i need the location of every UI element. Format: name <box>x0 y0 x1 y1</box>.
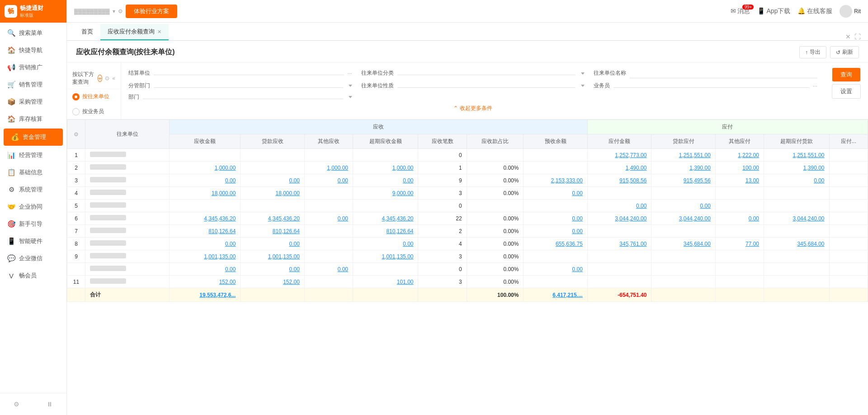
table-row: 91,001,135.001,001,135.001,001,135.0030.… <box>67 250 868 263</box>
close-window-btn[interactable]: ✕ <box>845 33 851 40</box>
pay-more-header: 应付... <box>829 134 868 149</box>
filter-section: 按以下方案查询 + ⊙ « 按往来单位 <box>67 62 868 119</box>
sidebar-item-inventory[interactable]: 🏠 库存核算 <box>0 110 66 128</box>
breadcrumb: ▓▓▓▓▓▓▓▓▓ ▾ ⚙ 体验行业方案 <box>74 5 725 18</box>
filter-row-2: 分管部门 往来单位性质 业务员 <box>128 82 817 90</box>
table-row: 80.000.000.0040.00%655,636.75345,761.003… <box>67 238 868 250</box>
sidebar-nav: 🔍 搜索菜单 🏠 快捷导航 📢 营销推广 🛒 销售管理 📦 采购管理 🏠 <box>0 23 66 393</box>
refresh-icon: ↺ <box>836 49 840 56</box>
filter-left-nav: 按以下方案查询 + ⊙ « 按往来单位 <box>67 62 121 119</box>
scheme-settings-icon[interactable]: ⊙ <box>105 75 109 81</box>
home-icon: 🏠 <box>7 46 15 54</box>
sidebar-item-sales[interactable]: 🛒 销售管理 <box>0 76 66 93</box>
filter-nature: 往来单位性质 <box>361 82 585 90</box>
recv-ratio-header: 应收款占比 <box>467 134 524 149</box>
nav-item-by-salesperson[interactable]: 按业务员 <box>67 104 121 119</box>
partner-col-header: 往来单位 <box>85 120 170 149</box>
subdept-arrow <box>349 96 352 98</box>
sidebar-item-marketing[interactable]: 📢 营销推广 <box>0 59 66 76</box>
top-header: ▓▓▓▓▓▓▓▓▓ ▾ ⚙ 体验行业方案 ✉ 消息 99+ 📱 App下载 🔔 … <box>67 0 868 23</box>
basic-icon: 📋 <box>7 168 15 176</box>
logo-text: 畅捷通财 标准版 <box>20 4 43 19</box>
message-icon: ✉ <box>731 7 736 14</box>
nav-item-by-partner[interactable]: 按往来单位 <box>67 89 121 104</box>
sidebar: 畅 畅捷通财 标准版 🔍 搜索菜单 🏠 快捷导航 📢 营销推广 🛒 销售管理 <box>0 0 67 415</box>
query-btn[interactable]: 查询 <box>832 68 860 81</box>
nature-arrow <box>581 85 585 87</box>
sidebar-item-quicknav[interactable]: 🏠 快捷导航 <box>0 42 66 59</box>
user-menu[interactable]: Rit <box>840 5 861 18</box>
other-recv-header: 其他应收 <box>304 134 353 149</box>
refresh-btn[interactable]: ↺ 刷新 <box>830 46 859 58</box>
app-download-btn[interactable]: 📱 App下载 <box>757 7 790 15</box>
table-settings-icon[interactable]: ⚙ <box>74 131 79 138</box>
sidebar-item-finance[interactable]: 💰 资金管理 <box>4 129 63 146</box>
sidebar-item-collab[interactable]: 🤝 企业协同 <box>0 198 66 215</box>
total-row: 合计 19,553,472,6... 100.00% 6,417,215....… <box>67 288 868 302</box>
export-icon: ↑ <box>805 49 808 56</box>
tab-home[interactable]: 首页 <box>74 24 100 40</box>
scheme-more-icon[interactable]: « <box>112 75 115 81</box>
sidebar-item-hardware[interactable]: 📱 智能硬件 <box>0 233 66 250</box>
sidebar-item-basic[interactable]: 📋 基础信息 <box>0 164 66 181</box>
sidebar-item-system[interactable]: ⚙ 系统管理 <box>0 181 66 198</box>
filter-partner-name: 往来单位名称 <box>594 68 817 78</box>
table-row: 64,345,436.204,345,436.200.004,345,436.2… <box>67 212 868 225</box>
overdue-recv-header: 超期应收金额 <box>353 134 418 149</box>
member-icon: V <box>7 272 15 280</box>
sidebar-item-purchase[interactable]: 📦 采购管理 <box>0 93 66 110</box>
finance-icon: 💰 <box>11 133 19 141</box>
table-row: 21,000.001,000.001,000.0010.00%1,490.001… <box>67 162 868 174</box>
filter-row-3: 部门 <box>128 93 817 101</box>
settings-btn[interactable]: 设置 <box>832 84 861 99</box>
header-actions: ✉ 消息 99+ 📱 App下载 🔔 在线客服 Rit <box>731 5 861 18</box>
sidebar-item-wechat[interactable]: 💬 企业微信 <box>0 250 66 267</box>
system-icon: ⚙ <box>7 186 15 194</box>
message-btn[interactable]: ✉ 消息 99+ <box>731 7 750 15</box>
purchase-icon: 📦 <box>7 98 15 106</box>
jiesuan-dots[interactable]: ··· <box>348 70 352 76</box>
loan-pay-header: 贷款应付 <box>651 134 715 149</box>
filter-salesperson: 业务员 ··· <box>594 82 817 90</box>
collapse-sidebar-btn[interactable]: ⏸ <box>44 398 56 410</box>
service-icon: 🔔 <box>797 7 805 14</box>
partner-name-input[interactable] <box>630 68 817 78</box>
add-scheme-btn[interactable]: + <box>98 75 102 82</box>
sidebar-item-operations[interactable]: 📊 经营管理 <box>0 147 66 164</box>
sidebar-item-search[interactable]: 🔍 搜索菜单 <box>0 24 66 42</box>
page-title: 应收应付余额查询(按往来单位) <box>76 48 175 57</box>
logo-icon: 畅 <box>5 5 17 18</box>
export-btn[interactable]: ↑ 导出 <box>799 46 826 58</box>
recv-amount-header: 应收金额 <box>170 134 241 149</box>
table-row: 30.000.000.000.0090.00%2,153,333.00915,5… <box>67 174 868 187</box>
table-row: 500.000.00 <box>67 200 868 212</box>
nav-active-dot <box>72 93 80 100</box>
payable-group-header: 应付 <box>587 120 868 134</box>
wechat-icon: 💬 <box>7 254 15 262</box>
pay-amount-header: 应付金额 <box>587 134 651 149</box>
other-pay-header: 其他应付 <box>715 134 764 149</box>
tab-receivable[interactable]: 应收应付余额查询 ✕ <box>100 24 169 40</box>
collapse-icon: ⌃ <box>453 105 458 111</box>
gear-header-icon[interactable]: ⚙ <box>118 8 123 14</box>
content-area: 应收应付余额查询(按往来单位) ↑ 导出 ↺ 刷新 <box>67 41 868 415</box>
maximize-window-btn[interactable]: ⛶ <box>854 33 861 40</box>
collapse-more-btn[interactable]: ⌃ 收起更多条件 <box>128 101 817 112</box>
table-container[interactable]: ⚙ 往来单位 应收 应付 应收金额 贷款应收 其他应收 超期应收金额 <box>67 119 868 302</box>
overdue-pay-header: 超期应付货款 <box>764 134 829 149</box>
sidebar-item-guide[interactable]: 🎯 新手引导 <box>0 215 66 233</box>
category-arrow <box>579 70 585 76</box>
sidebar-item-member[interactable]: V 畅会员 <box>0 267 66 284</box>
table-row: 101,252,773.001,251,551.001,222.001,251,… <box>67 149 868 162</box>
solution-btn[interactable]: 体验行业方案 <box>126 5 177 18</box>
filter-scheme-header: 按以下方案查询 + ⊙ « <box>67 66 121 89</box>
page-header: 应收应付余额查询(按往来单位) ↑ 导出 ↺ 刷新 <box>67 41 868 62</box>
settings-footer-btn[interactable]: ⚙ <box>11 398 22 410</box>
guide-icon: 🎯 <box>7 220 15 228</box>
query-btns-area: 查询 设置 <box>825 62 868 119</box>
salesperson-dots[interactable]: ··· <box>813 83 817 89</box>
tab-close-btn[interactable]: ✕ <box>157 29 161 35</box>
collab-icon: 🤝 <box>7 203 15 211</box>
online-service-btn[interactable]: 🔔 在线客服 <box>797 7 832 15</box>
filter-fields: 结算单位 ··· 往来单位分类 往来单位名称 <box>121 62 825 119</box>
